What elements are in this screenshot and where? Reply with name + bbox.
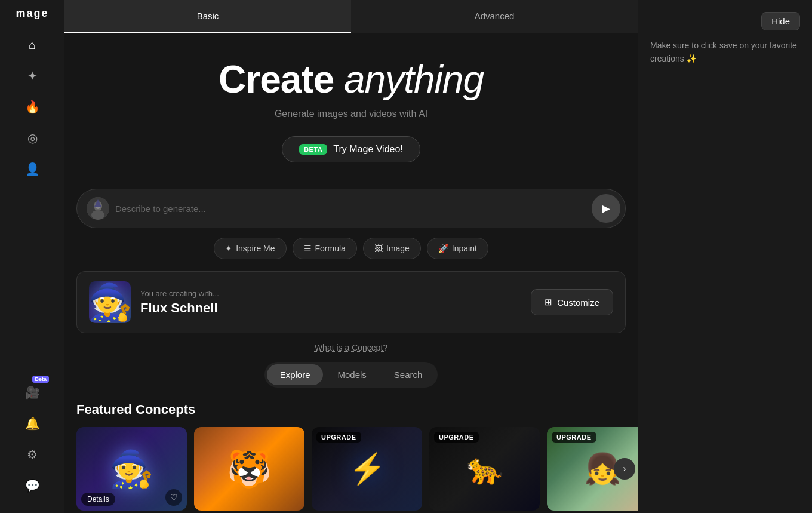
main-content: Basic Advanced Create anything Generate … [64,0,638,513]
dark1-figure: ⚡ [312,427,422,511]
formula-label: Formula [315,244,346,253]
hero-title-start: Create [219,58,344,101]
tiger-card-figure: 🐯 [194,427,304,511]
inpaint-icon: 🚀 [438,244,448,253]
upgrade-banner-2: UPGRADE [434,432,479,443]
featured-title: Featured Concepts [76,402,626,417]
inspire-label: Inspire Me [236,244,275,253]
tool-buttons-row: ✦ Inspire Me ☰ Formula 🖼 Image 🚀 Inpaint [64,238,638,271]
right-panel: Hide Make sure to click save on your fav… [638,0,812,513]
featured-section: Featured Concepts 🧙 Details ♡ 🐯 UPGRADE … [64,402,638,513]
prompt-avatar [87,197,109,220]
concept-card-dark2[interactable]: UPGRADE 🐆 [429,427,540,511]
browse-tabs: Explore Models Search [64,362,638,388]
wizard-emoji: 🧙 [89,281,131,323]
browse-tabs-inner: Explore Models Search [264,362,438,388]
concept-link[interactable]: What is a Concept? [64,343,638,352]
prompt-run-button[interactable]: ▶ [592,194,620,223]
beta-badge-label: Beta [32,376,49,383]
customize-button[interactable]: ⊞ Customize [531,289,613,315]
inspire-icon: ✦ [225,244,232,253]
next-icon: › [623,463,626,474]
sidebar-item-compass[interactable]: ◎ [19,125,45,151]
app-logo: mage [16,7,48,20]
sidebar-top-nav: ⌂ ✦ 🔥 ◎ 👤 [19,32,45,379]
try-mage-video-button[interactable]: BETA Try Mage Video! [282,136,420,162]
top-tab-bar: Basic Advanced [64,0,638,33]
hero-title-highlight: anything [344,58,484,101]
sidebar-item-settings[interactable]: ⚙ [19,441,45,468]
right-panel-message: Make sure to click save on your favorite… [650,39,800,66]
next-button[interactable]: › [614,458,635,480]
image-button[interactable]: 🖼 Image [363,238,421,259]
concept-card-tiger[interactable]: 🐯 [194,427,304,511]
sidebar-bottom-nav: 🎥 Beta 🔔 ⚙ 💬 [19,379,45,506]
model-card: 🧙 You are creating with... Flux Schnell … [76,271,626,333]
details-button[interactable]: Details [81,493,115,506]
heart-button[interactable]: ♡ [165,489,182,506]
tab-explore[interactable]: Explore [267,364,324,385]
hero-subtitle: Generate images and videos with AI [76,109,626,119]
sidebar-item-home[interactable]: ⌂ [19,32,45,58]
sidebar-item-fire[interactable]: 🔥 [19,94,45,120]
prompt-bar: ▶ [76,189,626,228]
upgrade-banner-3: UPGRADE [552,432,596,443]
prompt-input[interactable] [115,204,586,214]
sidebar-item-bell[interactable]: 🔔 [19,410,45,437]
run-icon: ▶ [602,202,610,215]
model-name: Flux Schnell [140,300,521,316]
video-btn-text: Try Mage Video! [333,144,403,155]
tab-basic[interactable]: Basic [64,0,351,33]
model-info: You are creating with... Flux Schnell [140,289,521,316]
hide-button[interactable]: Hide [761,12,800,30]
hero-title: Create anything [76,57,626,102]
formula-icon: ☰ [304,244,312,253]
model-thumbnail: 🧙 [89,281,131,323]
sidebar: mage ⌂ ✦ 🔥 ◎ 👤 🎥 Beta 🔔 ⚙ 💬 [0,0,64,513]
tab-search[interactable]: Search [381,364,436,385]
formula-button[interactable]: ☰ Formula [293,238,357,259]
hero-section: Create anything Generate images and vide… [64,33,638,174]
tab-models[interactable]: Models [324,364,379,385]
inpaint-button[interactable]: 🚀 Inpaint [427,238,488,259]
customize-label: Customize [557,297,599,308]
sidebar-item-discord[interactable]: 💬 [19,472,45,499]
image-icon: 🖼 [374,244,383,253]
image-label: Image [386,244,410,253]
beta-pill-label: BETA [299,144,327,155]
inpaint-label: Inpaint [452,244,477,253]
concept-card-dark1[interactable]: UPGRADE ⚡ [312,427,422,511]
concept-card-wizard[interactable]: 🧙 Details ♡ [76,427,187,511]
sidebar-item-sparkle[interactable]: ✦ [19,63,45,89]
customize-icon: ⊞ [545,297,552,308]
inspire-me-button[interactable]: ✦ Inspire Me [214,238,286,259]
sidebar-item-user[interactable]: 👤 [19,156,45,182]
tab-advanced[interactable]: Advanced [351,0,638,33]
concepts-grid: 🧙 Details ♡ 🐯 UPGRADE ⚡ UPGRADE 🐆 UPGRAD… [76,427,626,511]
svg-point-3 [91,210,104,220]
model-creating-text: You are creating with... [140,289,521,298]
right-panel-header: Hide [650,12,800,30]
sidebar-item-video[interactable]: 🎥 Beta [19,379,45,406]
